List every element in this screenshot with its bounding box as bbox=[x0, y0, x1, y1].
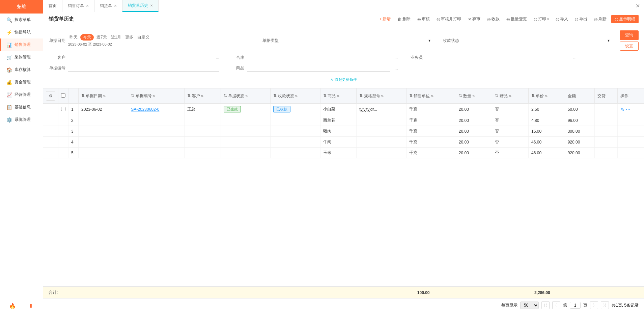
cell-unit: 千克 bbox=[406, 126, 456, 137]
sidebar-item-system[interactable]: ⚙️ 系统管理 bbox=[0, 113, 43, 126]
col-qty[interactable]: ⇅ 数量 bbox=[456, 88, 492, 104]
audit-button[interactable]: ◎ 审核 bbox=[415, 15, 432, 23]
tab-sales-order-close[interactable]: ✕ bbox=[86, 4, 89, 8]
delete-button[interactable]: 🗑 删除 bbox=[395, 15, 413, 23]
sidebar-bottom-pause[interactable]: ⏸ bbox=[28, 303, 34, 309]
doc-no-input[interactable] bbox=[68, 64, 219, 72]
tab-sales-history-close[interactable]: ✕ bbox=[150, 4, 153, 7]
delete-icon: 🗑 bbox=[397, 17, 401, 22]
row-checkbox[interactable] bbox=[61, 107, 65, 111]
audit-print-button[interactable]: ◎ 审核并打印 bbox=[435, 15, 463, 23]
total-info: 共1页, 5条记录 bbox=[612, 303, 639, 308]
cell-collect-status bbox=[271, 115, 320, 126]
cell-doc-no bbox=[128, 148, 185, 158]
salesperson-input[interactable] bbox=[425, 54, 569, 61]
col-doc-date[interactable]: ⇅ 单据日期 bbox=[79, 88, 128, 104]
cell-doc-no: SA-20230602-0 bbox=[128, 104, 185, 115]
edit-button[interactable]: ✎ bbox=[620, 107, 624, 112]
sidebar-item-operation[interactable]: 📈 经营管理 bbox=[0, 88, 43, 101]
sidebar-item-base-info[interactable]: 📋 基础信息 bbox=[0, 101, 43, 113]
shortcut-7days[interactable]: 近7天 bbox=[95, 34, 108, 41]
doc-type-select[interactable]: ▾ bbox=[281, 37, 433, 44]
next-page-button[interactable]: ⟩ bbox=[590, 301, 598, 309]
page-content: 销货单历史 + 新增 🗑 删除 ◎ 审核 ◎ 审核并打印 bbox=[43, 12, 644, 312]
doc-no-link[interactable]: SA-20230602-0 bbox=[131, 107, 159, 112]
sidebar-item-quick-nav[interactable]: ⚡ 快捷导航 bbox=[0, 26, 43, 38]
cell-spec bbox=[357, 148, 406, 158]
col-price[interactable]: ⇅ 单价 bbox=[529, 88, 565, 104]
shortcut-today[interactable]: 今天 bbox=[80, 34, 94, 41]
last-page-button[interactable]: ⟩⟩ bbox=[601, 301, 609, 309]
sidebar-item-purchase[interactable]: 🛒 采购管理 bbox=[0, 51, 43, 63]
collect-status-select[interactable]: ▾ bbox=[462, 37, 612, 44]
col-doc-no[interactable]: ⇅ 单据编号 bbox=[128, 88, 185, 104]
gear-icon[interactable]: ⚙ bbox=[46, 91, 55, 101]
sidebar-item-inventory[interactable]: 🏠 库存核算 bbox=[0, 63, 43, 76]
cell-customer bbox=[185, 137, 221, 148]
customer-dots[interactable]: ... bbox=[216, 55, 219, 60]
col-goods[interactable]: ⇅ 商品 bbox=[320, 88, 357, 104]
cell-amount: 96.00 bbox=[565, 115, 595, 126]
salesperson-dots[interactable]: ... bbox=[573, 55, 577, 60]
warehouse-input[interactable] bbox=[247, 54, 391, 61]
shortcut-yesterday[interactable]: 昨天 bbox=[68, 34, 79, 41]
tab-home[interactable]: 首页 bbox=[43, 0, 62, 12]
tab-bar-close[interactable]: ✕ bbox=[632, 3, 644, 9]
col-unit[interactable]: ⇅ 销售单位 bbox=[406, 88, 456, 104]
prev-page-button[interactable]: ⟨ bbox=[552, 301, 560, 309]
filter-salesperson: 业务员 ... bbox=[406, 54, 577, 61]
per-page-select[interactable]: 50 20 100 bbox=[520, 302, 539, 309]
shortcut-custom[interactable]: 自定义 bbox=[136, 34, 151, 41]
per-page-label: 每页显示 bbox=[501, 303, 517, 308]
sidebar-bottom-fire[interactable]: 🔥 bbox=[9, 303, 16, 309]
cell-amount: 920.00 bbox=[565, 148, 595, 158]
col-gear[interactable]: ⚙ bbox=[43, 88, 58, 104]
sidebar-item-finance[interactable]: 💰 资金管理 bbox=[0, 76, 43, 88]
refresh-button[interactable]: ◎ 刷新 bbox=[592, 15, 609, 23]
warehouse-dots[interactable]: ... bbox=[394, 55, 398, 60]
table-row: 2 西兰花 千克 20.00 否 4.80 96.00 bbox=[43, 115, 644, 126]
sidebar-item-label: 经营管理 bbox=[15, 92, 31, 98]
cell-goods: 小白菜 bbox=[320, 104, 357, 115]
sidebar-item-sales[interactable]: 📊 销售管理 bbox=[0, 38, 43, 51]
import-button[interactable]: ◎ 导入 bbox=[554, 15, 570, 23]
tab-sales-order[interactable]: 销售订单 ✕ bbox=[62, 0, 94, 12]
batch-change-button[interactable]: ◎ 批量变更 bbox=[504, 15, 529, 23]
first-page-button[interactable]: ⟨⟨ bbox=[541, 301, 550, 309]
select-all-checkbox[interactable] bbox=[61, 93, 65, 98]
col-spec[interactable]: ⇅ 规格型号 bbox=[357, 88, 406, 104]
shortcut-more[interactable]: 更多 bbox=[124, 34, 135, 41]
col-collect-status[interactable]: ⇅ 收款状态 bbox=[271, 88, 320, 104]
shortcut-1month[interactable]: 近1月 bbox=[110, 34, 123, 41]
set-button[interactable]: 设置 bbox=[620, 42, 639, 51]
footer-total-amount: 2,286.00 bbox=[534, 290, 550, 295]
page-suffix: 页 bbox=[583, 303, 587, 308]
goods-input[interactable] bbox=[247, 64, 391, 72]
tab-sales-goods[interactable]: 销货单 ✕ bbox=[94, 0, 122, 12]
show-detail-button[interactable]: ◎ 显示明细 bbox=[611, 15, 639, 23]
tab-sales-goods-close[interactable]: ✕ bbox=[114, 4, 117, 8]
col-action: 操作 bbox=[618, 88, 644, 104]
date-shortcuts: 昨天 今天 近7天 近1月 更多 自定义 bbox=[68, 34, 254, 41]
print-button[interactable]: ◎ 打印 bbox=[532, 15, 551, 23]
col-doc-status[interactable]: ⇅ 单据状态 bbox=[221, 88, 270, 104]
sidebar-item-label: 搜索菜单 bbox=[15, 17, 31, 23]
cell-doc-status bbox=[221, 126, 270, 137]
cell-spec: tyjyjtyjdf... bbox=[357, 104, 406, 115]
sidebar-item-label: 资金管理 bbox=[15, 79, 31, 85]
tab-sales-history[interactable]: 销货单历史 ✕ bbox=[122, 0, 159, 12]
query-button[interactable]: 查询 bbox=[620, 30, 639, 40]
collect-button[interactable]: ◎ 收款 bbox=[485, 15, 502, 23]
collapse-button[interactable]: ∧ 收起更多条件 bbox=[49, 75, 639, 84]
export-button[interactable]: ◎ 导出 bbox=[573, 15, 589, 23]
col-customer[interactable]: ⇅ 客户 bbox=[185, 88, 221, 104]
customer-input[interactable] bbox=[68, 54, 212, 61]
col-gift[interactable]: ⇅ 赠品 bbox=[492, 88, 529, 104]
cell-doc-status bbox=[221, 148, 270, 158]
sidebar-item-search[interactable]: 🔍 搜索菜单 bbox=[0, 14, 43, 26]
abandon-button[interactable]: ✕ 弃审 bbox=[466, 15, 482, 23]
page-input[interactable] bbox=[570, 302, 581, 309]
goods-dots[interactable]: ... bbox=[394, 66, 398, 71]
more-button[interactable]: ⋯ bbox=[626, 107, 631, 112]
new-button[interactable]: + 新增 bbox=[377, 15, 393, 23]
